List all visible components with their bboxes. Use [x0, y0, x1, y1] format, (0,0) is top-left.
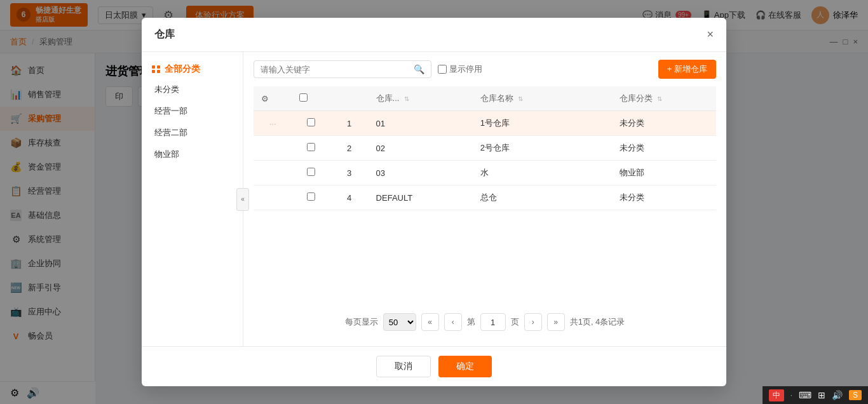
tree-collapse-button[interactable]: «	[236, 188, 249, 211]
show-disabled-checkbox[interactable]	[438, 65, 447, 74]
row-category: 未分类	[612, 136, 716, 161]
row-code: 02	[369, 136, 473, 161]
row-checkbox-cell	[292, 111, 330, 136]
row-index: 2	[330, 136, 368, 161]
row-name: 总仓	[473, 185, 612, 210]
row-code: DEFAULT	[369, 185, 473, 210]
taskbar: 中 · ⌨ ⊞ 🔊 S	[763, 386, 868, 404]
col-header-code: 仓库... ⇅	[369, 86, 473, 111]
row-category: 未分类	[612, 185, 716, 210]
row-checkbox[interactable]	[307, 192, 315, 201]
tree-item-property[interactable]: 物业部	[147, 144, 238, 165]
table-toolbar: 🔍 显示停用 + 新增仓库	[254, 60, 716, 79]
row-category: 未分类	[612, 111, 716, 136]
table-area: 🔍 显示停用 + 新增仓库 ⚙	[243, 52, 726, 346]
modal-close-button[interactable]: ×	[707, 28, 714, 41]
table-row[interactable]: ··· 1 01 1号仓库 未分类	[254, 111, 716, 136]
col-header-gear: ⚙	[254, 86, 292, 111]
confirm-button[interactable]: 确定	[438, 356, 492, 377]
modal-title: 仓库	[154, 28, 175, 41]
next-page-button[interactable]: ›	[524, 313, 542, 331]
gear-icon[interactable]: ⚙	[261, 94, 269, 104]
taskbar-dot: ·	[790, 391, 792, 400]
col-header-category: 仓库分类 ⇅	[612, 86, 716, 111]
table-body: ··· 1 01 1号仓库 未分类 2 02 2号仓库 未分类	[254, 111, 716, 210]
taskbar-sound-icon[interactable]: 🔊	[832, 390, 843, 400]
sort-code-icon[interactable]: ⇅	[404, 95, 409, 102]
warehouse-table: ⚙ 仓库... ⇅ 仓库名称	[254, 86, 716, 210]
tree-item-dept1[interactable]: 经营一部	[147, 100, 238, 122]
select-all-checkbox[interactable]	[299, 93, 308, 102]
taskbar-keyboard-icon[interactable]: ⌨	[799, 390, 811, 400]
row-code: 03	[369, 161, 473, 185]
tree-item-dept2[interactable]: 经营二部	[147, 122, 238, 144]
row-checkbox-cell	[292, 185, 330, 210]
table-row[interactable]: 4 DEFAULT 总仓 未分类	[254, 185, 716, 210]
page-input[interactable]	[480, 313, 506, 331]
pagination: 每页显示 50 10 20 100 « ‹ 第 页 › » 共1页, 4条记录	[254, 306, 716, 339]
sort-category-icon[interactable]: ⇅	[657, 95, 662, 102]
row-checkbox[interactable]	[307, 168, 315, 176]
row-code: 01	[369, 111, 473, 136]
modal-overlay: 仓库 × 全部分类 未分类 经营一部 经营二部 物业部	[0, 0, 868, 404]
show-disabled-area: 显示停用	[438, 64, 482, 75]
col-header-index	[330, 86, 368, 111]
per-page-select[interactable]: 50 10 20 100	[383, 313, 416, 331]
row-name: 1号仓库	[473, 111, 612, 136]
modal-body: 全部分类 未分类 经营一部 经营二部 物业部 « 🔍	[142, 52, 726, 346]
search-box: 🔍	[254, 60, 431, 78]
tree-header-all[interactable]: 全部分类	[147, 60, 238, 79]
category-tree: 全部分类 未分类 经营一部 经营二部 物业部 «	[142, 52, 243, 346]
row-more-icon[interactable]	[254, 161, 292, 185]
row-category: 物业部	[612, 161, 716, 185]
cancel-button[interactable]: 取消	[376, 356, 431, 377]
warehouse-modal: 仓库 × 全部分类 未分类 经营一部 经营二部 物业部	[142, 18, 726, 386]
row-checkbox[interactable]	[307, 143, 315, 151]
tree-item-uncategorized[interactable]: 未分类	[147, 79, 238, 100]
row-more-icon[interactable]	[254, 136, 292, 161]
row-name: 2号仓库	[473, 136, 612, 161]
modal-header: 仓库 ×	[142, 18, 726, 52]
tree-dots-icon	[152, 65, 161, 73]
first-page-button[interactable]: «	[421, 313, 439, 331]
table-row[interactable]: 2 02 2号仓库 未分类	[254, 136, 716, 161]
last-page-button[interactable]: »	[547, 313, 565, 331]
taskbar-s-icon[interactable]: S	[849, 390, 862, 400]
row-index: 4	[330, 185, 368, 210]
modal-footer: 取消 确定	[142, 346, 726, 386]
taskbar-grid-icon[interactable]: ⊞	[818, 390, 825, 400]
add-warehouse-button[interactable]: + 新增仓库	[658, 60, 716, 79]
row-more-icon[interactable]: ···	[254, 111, 292, 136]
search-icon[interactable]: 🔍	[414, 64, 424, 74]
col-header-name: 仓库名称 ⇅	[473, 86, 612, 111]
row-more-icon[interactable]	[254, 185, 292, 210]
col-header-check	[292, 86, 330, 111]
row-name: 水	[473, 161, 612, 185]
prev-page-button[interactable]: ‹	[444, 313, 462, 331]
table-row[interactable]: 3 03 水 物业部	[254, 161, 716, 185]
row-checkbox-cell	[292, 136, 330, 161]
row-checkbox-cell	[292, 161, 330, 185]
row-index: 1	[330, 111, 368, 136]
row-checkbox[interactable]	[307, 118, 315, 126]
taskbar-cn[interactable]: 中	[769, 389, 784, 401]
search-input[interactable]	[261, 65, 414, 74]
sort-name-icon[interactable]: ⇅	[518, 95, 523, 102]
row-index: 3	[330, 161, 368, 185]
